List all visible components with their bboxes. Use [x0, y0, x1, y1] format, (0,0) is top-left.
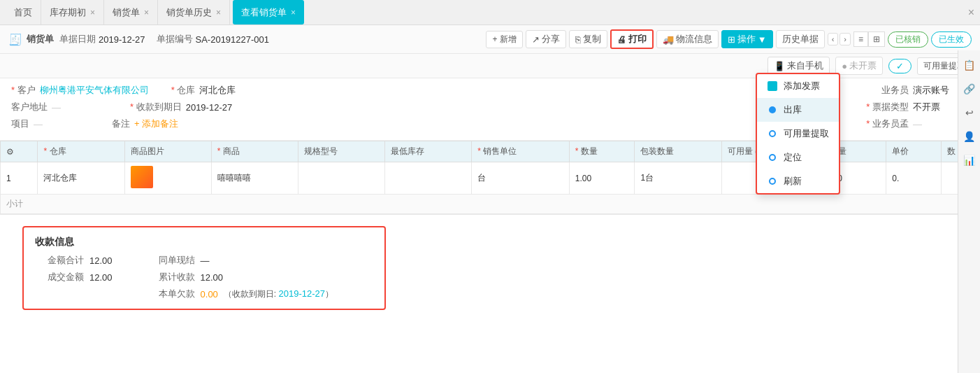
- ticket-type-field: 票据类型 不开票: [866, 101, 969, 113]
- warehouse-field: 仓库 河北仓库: [171, 84, 256, 97]
- staff-field: 业务员 演示账号: [881, 84, 969, 97]
- doc-number-item: 单据编号 SA-20191227-001: [157, 33, 270, 45]
- share-icon: ↗: [532, 34, 540, 45]
- doc-actions: + 新增 ↗ 分享 ⎘ 复制 🖨 打印 🚚 物流信息: [486, 29, 972, 49]
- menu-item-locate[interactable]: 定位: [757, 146, 839, 169]
- cell-spec: [298, 162, 385, 195]
- note-field: 备注 + 添加备注: [112, 118, 178, 130]
- available-qty-label: 可用量提取: [784, 127, 829, 140]
- cumulative-label: 累计收款: [146, 271, 195, 283]
- subtotal-row: 小计: [1, 195, 980, 214]
- tab-inventory[interactable]: 库存期初 ×: [41, 0, 104, 24]
- print-icon: 🖨: [617, 34, 626, 45]
- settlement-value: —: [201, 255, 210, 266]
- tab-sales-history[interactable]: 销货单历史 ×: [158, 0, 230, 24]
- prev-button[interactable]: ‹: [828, 33, 839, 45]
- payment-title: 收款信息: [35, 236, 373, 248]
- col-settings[interactable]: ⚙: [1, 141, 38, 162]
- window-close-button[interactable]: ×: [968, 6, 974, 19]
- tab-sales-history-close[interactable]: ×: [216, 8, 221, 17]
- right-sidebar: 📋 🔗 ↩ 👤 📊 ⤢: [958, 50, 980, 373]
- payment-section: 收款信息 金额合计 12.00 成交金额 12.00: [22, 226, 386, 310]
- doc-number-label: 单据编号: [157, 33, 193, 45]
- tab-sales[interactable]: 销货单 ×: [104, 0, 158, 24]
- available-qty-icon: [767, 128, 778, 139]
- sold-out-button[interactable]: 已核销: [888, 31, 928, 48]
- share-button[interactable]: ↗ 分享: [526, 30, 566, 48]
- subtotal-label: 小计: [1, 195, 980, 214]
- sidebar-icon-doc[interactable]: 📋: [960, 56, 979, 74]
- logistics-button[interactable]: 🚚 物流信息: [656, 30, 719, 48]
- payment-date-field: 收款到期日 2019-12-27: [130, 101, 242, 113]
- cumulative-row: 累计收款 12.00: [146, 271, 333, 283]
- confirm-button[interactable]: ✓: [888, 59, 911, 73]
- tab-home-label: 首页: [14, 6, 32, 19]
- print-button[interactable]: 🖨 打印: [610, 29, 654, 49]
- menu-item-add-invoice[interactable]: 添加发票: [757, 74, 839, 98]
- payment-date-label: 收款到期日: [130, 101, 182, 113]
- col-price: 单价: [886, 141, 941, 162]
- tab-view-sales-label: 查看销货单: [241, 6, 287, 19]
- cell-qty: 1.00: [569, 162, 635, 195]
- tab-home[interactable]: 首页: [6, 0, 41, 24]
- doc-meta: 单据日期 2019-12-27 单据编号 SA-20191227-001: [59, 33, 480, 45]
- tab-view-sales[interactable]: 查看销货单 ×: [233, 0, 304, 24]
- salesperson-label: 业务员孟: [866, 118, 909, 130]
- transaction-label: 成交金额: [35, 271, 84, 283]
- new-button[interactable]: + 新增: [486, 31, 522, 48]
- salesperson-field: 业务员孟 —: [866, 118, 969, 130]
- transaction-value: 12.00: [89, 272, 113, 283]
- from-mobile-label: 来自手机: [787, 59, 823, 72]
- cell-product-img: [124, 162, 211, 195]
- col-pkg-qty: 包装数量: [635, 141, 721, 162]
- col-product: 商品: [211, 141, 298, 162]
- tab-view-sales-close[interactable]: ×: [291, 8, 296, 17]
- operations-label: 操作: [737, 33, 756, 45]
- project-value: —: [34, 119, 89, 129]
- copy-button[interactable]: ⎘ 复制: [569, 30, 607, 48]
- menu-item-refresh[interactable]: 刷新: [757, 169, 839, 193]
- balance-row: 本单欠款 0.00 （收款到期日: 2019-12-27）: [146, 288, 333, 300]
- doc-number-value: SA-20191227-001: [196, 34, 270, 45]
- not-open-button[interactable]: ● 未开票: [835, 57, 883, 75]
- add-note-button[interactable]: + 添加备注: [134, 118, 178, 130]
- view-buttons: ≡ ⊞: [853, 31, 885, 47]
- payment-col-right: 同单现结 — 累计收款 12.00 本单欠款 0.00 （收款到期日: 2019…: [146, 254, 333, 300]
- operations-button[interactable]: ⊞ 操作 ▼: [721, 30, 773, 48]
- address-value: —: [52, 102, 108, 113]
- menu-item-ship-out[interactable]: 出库: [757, 98, 839, 122]
- history-button[interactable]: 历史单据: [776, 30, 825, 48]
- menu-item-available-qty[interactable]: 可用量提取: [757, 122, 839, 146]
- project-label: 项目: [11, 118, 29, 130]
- cell-product: 嘻嘻嘻嘻: [211, 162, 298, 195]
- doc-type: 销货单: [27, 33, 54, 45]
- sidebar-icon-return[interactable]: ↩: [960, 104, 979, 122]
- sidebar-icon-chart[interactable]: 📊: [960, 151, 979, 169]
- balance-value: 0.00: [201, 289, 218, 300]
- sidebar-icon-link[interactable]: 🔗: [960, 80, 979, 98]
- customer-value[interactable]: 柳州粤港平安气体有限公司: [40, 84, 149, 97]
- sidebar-icon-user[interactable]: 👤: [960, 127, 979, 146]
- tab-sales-close[interactable]: ×: [144, 8, 149, 17]
- address-label: 客户地址: [11, 101, 48, 113]
- tab-sales-history-label: 销货单历史: [166, 6, 212, 19]
- cell-warehouse: 河北仓库: [38, 162, 124, 195]
- balance-date: 2019-12-27: [279, 288, 326, 299]
- payment-col-left: 金额合计 12.00 成交金额 12.00: [35, 254, 113, 300]
- refresh-label: 刷新: [784, 175, 802, 188]
- customer-field: 客户 柳州粤港平安气体有限公司: [11, 84, 149, 97]
- col-qty: 数量: [569, 141, 635, 162]
- effective-button[interactable]: 已生效: [931, 31, 972, 48]
- logistics-label: 物流信息: [676, 33, 712, 45]
- ship-out-icon: [767, 104, 778, 115]
- next-button[interactable]: ›: [840, 33, 851, 45]
- warehouse-value: 河北仓库: [199, 84, 255, 97]
- settlement-row: 同单现结 —: [146, 254, 333, 267]
- grid-view-button[interactable]: ⊞: [868, 31, 885, 47]
- refresh-icon: [767, 176, 778, 187]
- doc-icon: 🧾: [8, 33, 22, 46]
- list-view-button[interactable]: ≡: [853, 31, 868, 47]
- note-label: 备注: [112, 118, 130, 130]
- tab-inventory-close[interactable]: ×: [90, 8, 95, 17]
- balance-label: 本单欠款: [146, 288, 195, 300]
